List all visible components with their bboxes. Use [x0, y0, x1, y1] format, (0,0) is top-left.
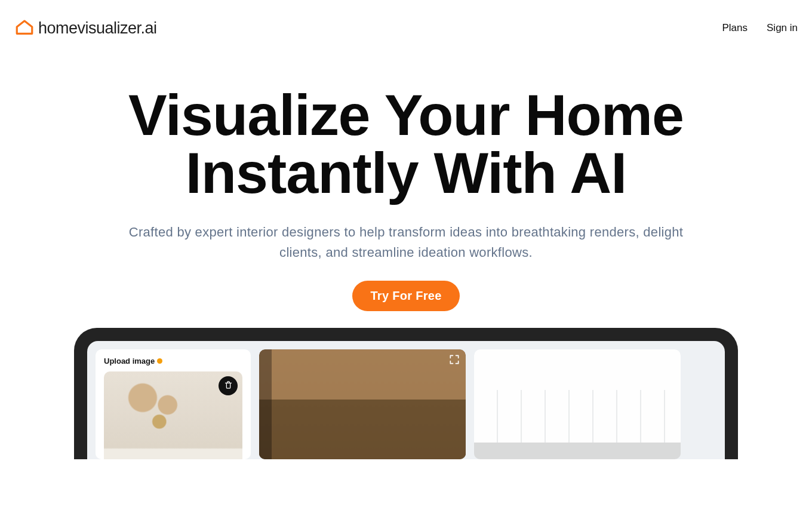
device-mockup: Upload image	[74, 328, 738, 459]
top-nav: Plans Sign in	[722, 22, 798, 34]
upload-panel: Upload image	[96, 349, 251, 459]
delete-upload-button[interactable]	[219, 376, 238, 395]
required-dot-icon	[157, 358, 162, 364]
upload-label: Upload image	[104, 357, 242, 365]
render-panel-2	[474, 349, 681, 459]
hero-subtitle: Crafted by expert interior designers to …	[119, 222, 693, 263]
uploaded-image-thumb[interactable]	[104, 371, 242, 459]
house-icon	[14, 18, 35, 38]
render-image-2[interactable]	[474, 349, 681, 459]
render-image-1[interactable]	[259, 349, 466, 459]
nav-plans[interactable]: Plans	[722, 22, 748, 34]
expand-icon	[448, 354, 460, 368]
hero-section: Visualize Your Home Instantly With AI Cr…	[78, 86, 734, 311]
tablet-bezel: Upload image	[74, 328, 738, 459]
brand-name: homevisualizer.ai	[38, 19, 157, 38]
brand-logo[interactable]: homevisualizer.ai	[14, 18, 157, 38]
expand-button[interactable]	[448, 354, 461, 367]
hero-title: Visualize Your Home Instantly With AI	[78, 86, 734, 202]
tablet-screen: Upload image	[87, 341, 725, 459]
upload-label-text: Upload image	[104, 357, 155, 365]
nav-sign-in[interactable]: Sign in	[767, 22, 798, 34]
trash-icon	[224, 380, 233, 392]
try-for-free-button[interactable]: Try For Free	[352, 281, 459, 311]
render-panel-1	[259, 349, 466, 459]
site-header: homevisualizer.ai Plans Sign in	[0, 0, 812, 53]
